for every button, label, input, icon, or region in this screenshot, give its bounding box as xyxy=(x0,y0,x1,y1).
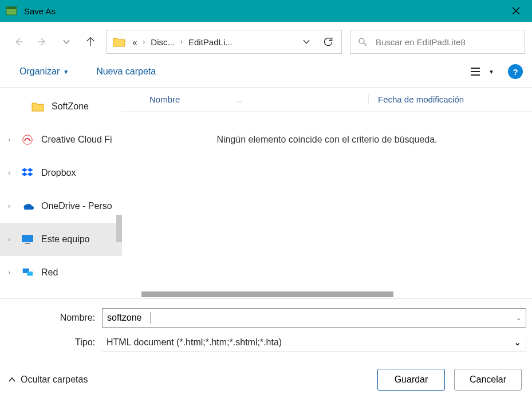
svg-point-3 xyxy=(23,135,32,144)
svg-rect-7 xyxy=(27,271,33,275)
breadcrumb-bar[interactable]: « › Disc... › EditPadLi... xyxy=(107,30,342,54)
filetype-select[interactable]: HTML document (*.html;*.htm;*.shtml;*.ht… xyxy=(102,333,526,352)
expand-icon[interactable]: › xyxy=(8,169,17,177)
sidebar-item-network[interactable]: › Red xyxy=(0,256,122,289)
breadcrumb-dropdown[interactable] xyxy=(297,38,316,46)
creative-cloud-icon xyxy=(21,133,34,146)
file-fields: Nombre: ⌄ Tipo: HTML document (*.html;*.… xyxy=(0,298,532,357)
chevron-right-icon: › xyxy=(139,38,148,46)
search-box[interactable] xyxy=(350,30,525,54)
caret-down-icon: ▼ xyxy=(63,69,69,75)
pc-icon xyxy=(21,233,34,246)
sidebar-item-creative-cloud[interactable]: › Creative Cloud Fi xyxy=(0,123,122,156)
expand-icon[interactable]: › xyxy=(8,136,17,144)
filename-input[interactable] xyxy=(107,313,151,323)
new-folder-button[interactable]: Nueva carpeta xyxy=(93,64,159,79)
refresh-button[interactable] xyxy=(316,36,339,48)
body: SoftZone › Creative Cloud Fi › Dropbox ›… xyxy=(0,87,532,298)
svg-rect-4 xyxy=(22,235,33,242)
filename-dropdown[interactable]: ⌄ xyxy=(511,314,521,322)
search-icon xyxy=(357,37,368,47)
svg-point-2 xyxy=(359,38,364,44)
sidebar-scrollbar[interactable] xyxy=(116,215,122,242)
filetype-label: Tipo: xyxy=(6,337,102,348)
svg-rect-5 xyxy=(25,243,30,244)
folder-icon xyxy=(113,37,125,47)
column-headers: Nombre ︿ Fecha de modificación xyxy=(122,88,532,112)
file-list-pane: Nombre ︿ Fecha de modificación Ningún el… xyxy=(122,88,532,298)
organize-label: Organizar xyxy=(19,66,60,77)
column-name[interactable]: Nombre ︿ xyxy=(122,94,368,104)
footer: Ocultar carpetas Guardar Cancelar xyxy=(0,357,532,402)
help-button[interactable]: ? xyxy=(508,64,523,79)
forward-button[interactable] xyxy=(34,34,50,50)
sidebar-label: Dropbox xyxy=(41,168,76,178)
hide-folders-toggle[interactable]: Ocultar carpetas xyxy=(8,375,88,385)
sort-indicator-icon: ︿ xyxy=(237,97,242,105)
title-bar: Save As xyxy=(0,0,532,22)
up-button[interactable] xyxy=(82,34,98,50)
svg-rect-1 xyxy=(6,7,17,9)
sidebar-label: SoftZone xyxy=(52,101,89,112)
sidebar-item-dropbox[interactable]: › Dropbox xyxy=(0,156,122,190)
sidebar-item-onedrive[interactable]: › OneDrive - Perso xyxy=(0,190,122,223)
horizontal-scrollbar[interactable] xyxy=(141,290,525,298)
chevron-up-icon xyxy=(8,376,16,384)
search-input[interactable] xyxy=(376,37,518,47)
dropbox-icon xyxy=(21,167,34,179)
window-title: Save As xyxy=(24,6,56,16)
filename-label: Nombre: xyxy=(6,313,102,323)
cancel-button[interactable]: Cancelar xyxy=(454,369,522,391)
breadcrumb-overflow[interactable]: « xyxy=(130,37,139,47)
sidebar-label: Red xyxy=(41,267,58,278)
organize-menu[interactable]: Organizar ▼ xyxy=(16,64,72,79)
view-options-button[interactable]: ▼ xyxy=(470,66,494,77)
sidebar-item-softzone[interactable]: SoftZone xyxy=(0,90,122,123)
filetype-value: HTML document (*.html;*.htm;*.shtml;*.ht… xyxy=(107,337,514,348)
back-button[interactable] xyxy=(10,34,26,50)
column-modified[interactable]: Fecha de modificación xyxy=(368,94,475,104)
onedrive-icon xyxy=(21,200,34,212)
sidebar-item-this-pc[interactable]: › Este equipo xyxy=(0,223,122,256)
folder-icon xyxy=(31,100,45,113)
sidebar-label: Este equipo xyxy=(41,234,90,245)
empty-message: Ningún elemento coincide con el criterio… xyxy=(122,112,532,168)
app-icon xyxy=(5,4,18,18)
close-button[interactable] xyxy=(505,0,527,22)
save-button[interactable]: Guardar xyxy=(377,369,445,391)
filename-input-wrap[interactable]: ⌄ xyxy=(102,308,526,328)
expand-icon[interactable]: › xyxy=(8,269,17,277)
sidebar-label: Creative Cloud Fi xyxy=(41,135,112,145)
breadcrumb-item-1[interactable]: Disc... xyxy=(148,37,177,47)
toolbar: Organizar ▼ Nueva carpeta ▼ ? xyxy=(0,62,532,87)
caret-down-icon: ▼ xyxy=(488,69,494,75)
nav-row: « › Disc... › EditPadLi... xyxy=(0,22,532,62)
network-icon xyxy=(21,266,34,279)
filetype-dropdown-icon: ⌄ xyxy=(514,337,521,348)
expand-icon[interactable]: › xyxy=(8,235,17,243)
recent-dropdown[interactable] xyxy=(58,34,74,50)
sidebar: SoftZone › Creative Cloud Fi › Dropbox ›… xyxy=(0,88,122,298)
hide-folders-label: Ocultar carpetas xyxy=(21,375,88,385)
chevron-right-icon: › xyxy=(177,38,186,46)
breadcrumb-item-2[interactable]: EditPadLi... xyxy=(186,37,235,47)
sidebar-label: OneDrive - Perso xyxy=(41,201,112,211)
expand-icon[interactable]: › xyxy=(8,202,17,210)
